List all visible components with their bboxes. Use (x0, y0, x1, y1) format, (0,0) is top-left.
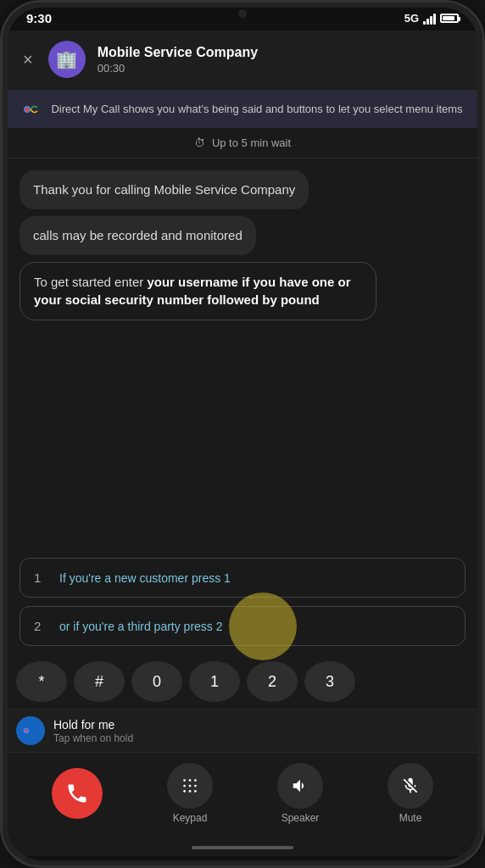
speaker-button[interactable]: Speaker (277, 763, 323, 824)
message-3: To get started enter your username if yo… (20, 262, 376, 321)
mute-label: Mute (399, 812, 422, 824)
company-name: Mobile Service Company (98, 45, 465, 60)
option-text-1: If you're a new customer press 1 (59, 571, 231, 585)
menu-options: 1 If you're a new customer press 1 2 or … (3, 553, 482, 654)
svg-point-4 (183, 779, 186, 782)
home-bar (192, 846, 293, 849)
status-icons: 5G (404, 12, 459, 25)
camera-notch (238, 9, 247, 18)
wait-text: Up to 5 min wait (212, 136, 291, 149)
call-info: Mobile Service Company 00:30 (98, 45, 465, 75)
chat-area: Thank you for calling Mobile Service Com… (3, 159, 482, 553)
dialpad-key-2[interactable]: 2 (247, 661, 298, 702)
option-text-2: or if you're a third party press 2 (59, 620, 223, 633)
svg-point-3 (25, 729, 27, 732)
silent-switch (0, 235, 3, 286)
end-call-icon (65, 782, 89, 805)
option-number-2: 2 (34, 619, 47, 633)
timer-icon: ⏱ (194, 136, 205, 149)
message-1: Thank you for calling Mobile Service Com… (20, 170, 309, 209)
end-call-button[interactable] (52, 768, 103, 819)
close-button[interactable]: × (20, 47, 36, 73)
keypad-icon (167, 763, 213, 809)
hold-info: Hold for me Tap when on hold (53, 718, 469, 744)
dialpad-key-0[interactable]: 0 (131, 661, 182, 702)
network-type: 5G (404, 12, 419, 25)
call-timer: 00:30 (98, 62, 465, 75)
mute-icon (387, 763, 433, 809)
direct-my-call-banner: Direct My Call shows you what's being sa… (3, 91, 482, 128)
svg-point-11 (189, 790, 192, 793)
wait-indicator: ⏱ Up to 5 min wait (3, 128, 482, 159)
message-2: calls may be recorded and monitored (20, 216, 256, 255)
keypad-button[interactable]: Keypad (167, 763, 213, 824)
svg-point-7 (183, 785, 186, 787)
call-header: × 🏢 Mobile Service Company 00:30 (3, 31, 482, 91)
tap-highlight (229, 593, 297, 660)
banner-text: Direct My Call shows you what's being sa… (51, 102, 462, 117)
dialpad-key-star[interactable]: * (16, 661, 67, 702)
phone-frame: 9:30 5G × 🏢 Mobile Service Company 00: (0, 0, 485, 868)
svg-point-9 (194, 785, 197, 787)
menu-option-1[interactable]: 1 If you're a new customer press 1 (20, 558, 465, 598)
avatar-icon: 🏢 (56, 49, 77, 70)
svg-point-10 (183, 790, 186, 793)
speaker-icon (277, 763, 323, 809)
speaker-label: Speaker (282, 812, 320, 824)
google-dot-icon (22, 722, 39, 739)
dialpad-key-3[interactable]: 3 (304, 661, 355, 702)
bottom-controls: Keypad Speaker Mute (3, 753, 482, 839)
menu-option-2[interactable]: 2 or if you're a third party press 2 (20, 606, 465, 646)
svg-point-12 (194, 790, 197, 793)
hold-bar[interactable]: Hold for me Tap when on hold (3, 709, 482, 753)
screen: × 🏢 Mobile Service Company 00:30 Direct … (3, 31, 482, 856)
svg-point-5 (189, 779, 192, 782)
battery-icon (440, 14, 459, 23)
volume-down-button (0, 172, 3, 223)
svg-point-8 (189, 785, 192, 787)
hold-subtitle: Tap when on hold (53, 732, 469, 744)
signal-icon (423, 13, 436, 25)
company-avatar: 🏢 (48, 41, 86, 78)
svg-point-1 (25, 108, 30, 112)
dialpad-key-1[interactable]: 1 (189, 661, 240, 702)
hold-avatar (16, 716, 45, 745)
google-assistant-icon (22, 99, 42, 120)
dialpad-key-hash[interactable]: # (74, 661, 125, 702)
svg-point-6 (194, 779, 197, 782)
volume-up-button (0, 130, 3, 160)
home-indicator (3, 839, 482, 856)
dialpad-row: * # 0 1 2 3 (3, 654, 482, 709)
mute-button[interactable]: Mute (387, 763, 433, 824)
hold-title: Hold for me (53, 718, 469, 732)
time-display: 9:30 (26, 11, 52, 25)
option-number-1: 1 (34, 570, 47, 585)
keypad-label: Keypad (173, 812, 208, 824)
